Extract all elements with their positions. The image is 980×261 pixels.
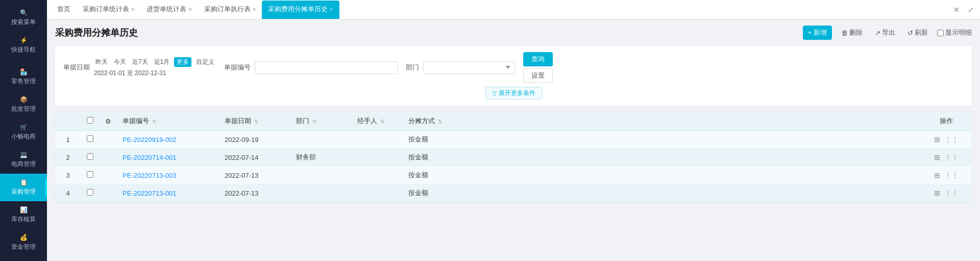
view-icon[interactable]: ⊞ [934, 153, 940, 161]
settings-button[interactable]: 设置 [523, 68, 553, 83]
sidebar-item-quicknav[interactable]: ⚡ 快捷导航 [0, 32, 47, 59]
sort-icon[interactable]: ⇅ [312, 118, 316, 124]
show-col-label: 显示明细 [945, 28, 972, 37]
more-icon[interactable]: ⋮⋮ [944, 153, 959, 161]
sort-icon[interactable]: ⇅ [254, 118, 258, 124]
wholesale-icon: 📦 [20, 96, 28, 103]
tab-home[interactable]: 首页 [51, 1, 77, 19]
row-checkbox[interactable] [87, 135, 93, 142]
window-controls: ✕ ⤢ [951, 5, 976, 15]
shortcut-custom[interactable]: 自定义 [194, 57, 216, 67]
tab-goods-stats[interactable]: 进货单统计表 × [140, 1, 198, 19]
tab-close-icon[interactable]: × [330, 6, 333, 12]
sidebar-item-purchase[interactable]: 📋 采购管理 [0, 174, 47, 201]
dept-select[interactable]: 财务部 [423, 61, 515, 74]
view-icon[interactable]: ⊞ [934, 189, 940, 197]
more-icon[interactable]: ⋮⋮ [944, 171, 959, 179]
expand-more-button[interactable]: ▽ 展开更多条件 [485, 87, 542, 100]
expand-label: 展开更多条件 [499, 89, 535, 98]
col-header-dept: 部门 ⇅ [291, 112, 352, 131]
show-col-button[interactable]: 显示明细 [937, 28, 972, 37]
doc-no-link[interactable]: PE-20220713-003 [122, 172, 177, 179]
row-checkbox[interactable] [87, 153, 93, 160]
tab-home-label: 首页 [57, 5, 70, 14]
shortcut-1month[interactable]: 近1月 [153, 57, 172, 67]
row-checkbox[interactable] [87, 189, 93, 196]
window-maximize-icon[interactable]: ⤢ [966, 5, 976, 15]
purchase-icon: 📋 [20, 179, 28, 186]
delete-icon: 🗑 [841, 29, 848, 37]
sort-icon[interactable]: ⇅ [380, 118, 384, 124]
cell-settings [99, 184, 117, 202]
add-button[interactable]: + 新增 [803, 26, 832, 40]
delete-button[interactable]: 🗑 删除 [838, 26, 866, 39]
inventory-icon: 📊 [20, 206, 28, 213]
dept-label: 部门 [406, 63, 419, 72]
sidebar-item-ledger[interactable]: 📒 总账管理 [0, 256, 47, 261]
tab-close-icon[interactable]: × [253, 6, 256, 12]
view-icon[interactable]: ⊞ [934, 171, 940, 179]
tab-purchase-stats[interactable]: 采购订单统计表 × [77, 1, 140, 19]
shortcut-today[interactable]: 今天 [112, 57, 128, 67]
tab-label: 采购订单执行表 [204, 5, 251, 14]
cell-seq: 2 [55, 149, 81, 167]
doc-no-link[interactable]: PE-20220713-001 [122, 189, 177, 197]
sidebar-item-ecom[interactable]: 💻 电商管理 [0, 146, 47, 174]
tab-close-icon[interactable]: × [131, 6, 134, 12]
cell-handler [352, 167, 403, 184]
cell-handler [352, 149, 403, 167]
cell-check[interactable] [81, 184, 99, 202]
sidebar-item-ecom-small[interactable]: 🛒 小畅电商 [0, 118, 47, 146]
doc-no-link[interactable]: PE-20220919-002 [122, 136, 177, 144]
cell-doc-no: PE-20220919-002 [117, 131, 219, 149]
cell-check[interactable] [81, 131, 99, 149]
col-header-split-method: 分摊方式 ⇅ [403, 112, 921, 131]
cell-check[interactable] [81, 149, 99, 167]
cell-date: 2022-09-19 [219, 131, 291, 149]
refresh-button[interactable]: ↺ 刷新 [904, 26, 931, 39]
cell-seq: 4 [55, 184, 81, 202]
view-icon[interactable]: ⊞ [934, 135, 940, 144]
date-shortcuts-container: 昨天 今天 近7天 近1月 更多 自定义 2022-01-01 至 2022-1… [94, 57, 216, 78]
search-buttons: 查询 设置 [523, 52, 553, 83]
sidebar-item-search[interactable]: 🔍 搜索菜单 [0, 4, 47, 32]
col-header-doc-no: 单据编号 ⇅ [117, 112, 219, 131]
sort-icon[interactable]: ⇅ [438, 118, 442, 124]
export-button[interactable]: ↗ 导出 [872, 26, 898, 39]
query-button[interactable]: 查询 [523, 52, 553, 66]
cell-doc-no: PE-20220713-001 [117, 184, 219, 202]
search-menu-icon: 🔍 [20, 9, 28, 16]
tab-purchase-exec[interactable]: 采购订单执行表 × [198, 1, 262, 19]
sidebar-item-inventory[interactable]: 📊 库存核算 [0, 201, 47, 229]
doc-no-link[interactable]: PE-20220714-001 [122, 154, 177, 161]
select-all-checkbox[interactable] [87, 117, 93, 124]
sidebar-item-wholesale[interactable]: 📦 批发管理 [0, 91, 47, 118]
more-icon[interactable]: ⋮⋮ [944, 189, 959, 197]
col-header-settings[interactable]: ⚙ [99, 112, 117, 131]
shortcut-7days[interactable]: 近7天 [131, 57, 150, 67]
page-title: 采购费用分摊单历史 [55, 27, 138, 39]
cell-check[interactable] [81, 167, 99, 184]
cell-split-method: 按金额 [403, 131, 921, 149]
shortcut-more[interactable]: 更多 [174, 57, 191, 67]
sidebar-item-label: 批发管理 [11, 105, 36, 113]
more-icon[interactable]: ⋮⋮ [944, 135, 959, 144]
cell-dept [291, 167, 352, 184]
tab-close-icon[interactable]: × [188, 6, 191, 12]
tab-label: 采购费用分摊单历史 [268, 5, 328, 14]
date-field: 单据日期 昨天 今天 近7天 近1月 更多 自定义 2022-01-01 至 2… [63, 57, 216, 78]
col-date-label: 单据日期 [225, 117, 251, 125]
doc-no-input[interactable] [255, 61, 398, 74]
sidebar-item-retail[interactable]: 🏪 零售管理 [0, 63, 47, 91]
sidebar-item-finance[interactable]: 💰 资金管理 [0, 229, 47, 256]
window-close-icon[interactable]: ✕ [951, 5, 962, 15]
tab-purchase-cost-history[interactable]: 采购费用分摊单历史 × [262, 1, 339, 19]
col-header-handler: 经手人 ⇅ [352, 112, 403, 131]
show-col-checkbox[interactable] [937, 30, 944, 36]
cell-doc-no: PE-20220714-001 [117, 149, 219, 167]
sort-icon[interactable]: ⇅ [152, 118, 156, 124]
col-header-check [81, 112, 99, 131]
row-checkbox[interactable] [87, 171, 93, 178]
shortcut-yesterday[interactable]: 昨天 [94, 57, 109, 67]
export-label: 导出 [882, 28, 895, 37]
